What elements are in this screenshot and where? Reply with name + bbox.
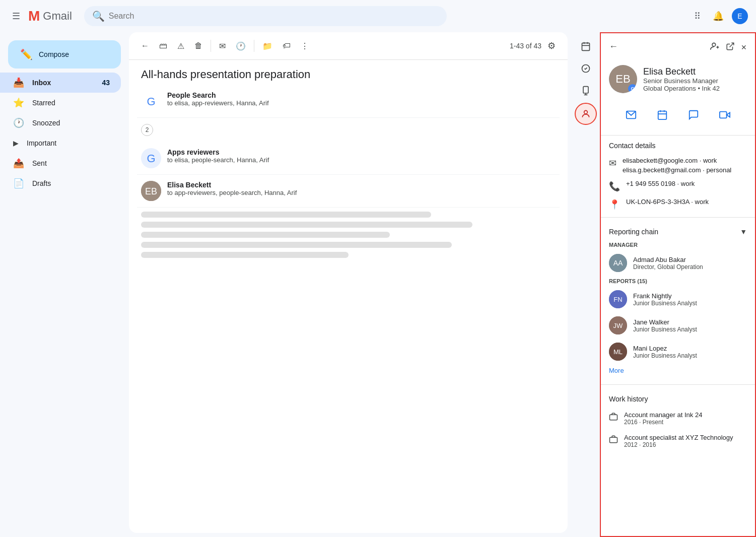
contact-info: EB G Elisa Beckett Senior Business Manag… xyxy=(601,61,755,101)
recipient-info: to elisa, app-reviewers, Hanna, Arif xyxy=(167,99,556,107)
sidebar-item-important[interactable]: ▶ Important xyxy=(0,133,121,153)
report-item[interactable]: FN Frank Nightly Junior Business Analyst xyxy=(601,286,755,312)
settings-button[interactable]: ⚙ xyxy=(543,36,560,55)
svg-text:G: G xyxy=(147,152,155,165)
tasks-strip-button[interactable] xyxy=(576,58,596,79)
main-area: ✏️ Compose 📥 Inbox 43 ⭐ Starred 🕐 Snooze… xyxy=(0,32,756,537)
apps-button[interactable]: ⠿ xyxy=(690,7,705,26)
search-input[interactable] xyxy=(109,12,439,21)
sidebar-item-sent[interactable]: 📤 Sent xyxy=(0,153,121,173)
svg-text:FN: FN xyxy=(613,296,622,303)
report-item[interactable]: ML Mani Lopez Junior Business Analyst xyxy=(601,339,755,365)
notifications-button[interactable]: 🔔 xyxy=(709,7,728,26)
work-title: Account manager at Ink 24 xyxy=(624,411,702,419)
label-button[interactable]: 🏷 xyxy=(279,37,295,54)
briefcase-icon xyxy=(609,435,618,446)
starred-icon: ⭐ xyxy=(13,97,24,108)
work-dates: 2012 · 2016 xyxy=(624,441,733,448)
svg-text:AA: AA xyxy=(613,259,623,267)
report-role: Junior Business Analyst xyxy=(633,300,697,307)
open-external-button[interactable] xyxy=(724,39,737,55)
sidebar-item-label: Drafts xyxy=(32,179,113,187)
search-bar: 🔍 xyxy=(84,6,447,26)
google-badge: G xyxy=(628,84,637,93)
search-icon: 🔍 xyxy=(92,10,105,22)
keep-strip-button[interactable] xyxy=(576,81,596,101)
svg-rect-11 xyxy=(583,87,588,93)
sent-icon: 📤 xyxy=(13,158,24,169)
contact-org: Global Operations • Ink 42 xyxy=(643,85,720,92)
reporting-chain-header[interactable]: Reporting chain ▼ xyxy=(601,222,755,240)
svg-text:ML: ML xyxy=(613,348,623,356)
email-item[interactable]: EB Elisa Beckett to app-reviewers, peopl… xyxy=(137,175,560,208)
panel-back-button[interactable]: ← xyxy=(607,39,620,54)
reports-label: REPORTS (15) xyxy=(601,276,755,286)
email-item[interactable]: G Apps reviewers to elisa, people-search… xyxy=(137,142,560,175)
phone-value: +1 949 555 0198 · work xyxy=(626,180,747,187)
preview-line xyxy=(141,212,431,218)
avatar: G xyxy=(141,148,161,168)
top-bar: ☰ M Gmail 🔍 ⠿ 🔔 E xyxy=(0,0,756,32)
svg-rect-6 xyxy=(582,43,590,50)
email-thread-title: All-hands presentation preparation xyxy=(129,60,568,85)
work-title: Account specialist at XYZ Technology xyxy=(624,434,733,441)
more-button[interactable]: ⋮ xyxy=(297,37,313,55)
email-item[interactable]: G People Search to elisa, app-reviewers,… xyxy=(137,85,560,118)
gmail-logo[interactable]: M Gmail xyxy=(28,8,72,24)
archive-button[interactable]: 🗃 xyxy=(155,37,171,54)
sidebar-item-starred[interactable]: ⭐ Starred xyxy=(0,93,121,113)
snooze-button[interactable]: 🕐 xyxy=(232,37,250,55)
preview-line xyxy=(141,232,390,238)
report-avatar: JW xyxy=(609,316,627,334)
report-avatar: ML xyxy=(609,343,627,361)
move-to-button[interactable]: 📁 xyxy=(258,37,277,55)
panel-action-buttons: ✕ xyxy=(708,39,749,55)
report-info: Frank Nightly Junior Business Analyst xyxy=(633,292,697,307)
work-history-title: Work history xyxy=(601,389,755,407)
chat-contact-button[interactable] xyxy=(684,105,703,127)
report-avatar: FN xyxy=(609,290,627,308)
briefcase-icon xyxy=(609,412,618,424)
add-contact-button[interactable] xyxy=(708,39,722,55)
contact-title: Senior Business Manager xyxy=(643,77,720,85)
calendar-strip-button[interactable] xyxy=(576,36,596,56)
email-work-detail: ✉ elisabeckett@google.com · work elisa.g… xyxy=(601,154,755,177)
contact-quick-actions xyxy=(601,101,755,136)
email-contact-button[interactable] xyxy=(622,105,641,127)
svg-rect-37 xyxy=(610,437,617,443)
report-spam-button[interactable]: ⚠ xyxy=(173,37,188,55)
report-name: Frank Nightly xyxy=(633,292,697,300)
hamburger-button[interactable]: ☰ xyxy=(8,7,24,26)
video-contact-button[interactable] xyxy=(715,105,734,127)
svg-point-15 xyxy=(712,43,716,46)
close-panel-button[interactable]: ✕ xyxy=(739,39,749,55)
manager-item[interactable]: AA Admad Abu Bakar Director, Global Oper… xyxy=(601,250,755,276)
svg-rect-36 xyxy=(610,415,617,420)
recipient-info: to app-reviewers, people-search, Hanna, … xyxy=(167,189,556,196)
thread-count: 2 xyxy=(137,118,560,142)
section-divider xyxy=(601,384,755,385)
sidebar-item-drafts[interactable]: 📄 Drafts xyxy=(0,173,121,193)
sidebar-item-snoozed[interactable]: 🕐 Snoozed xyxy=(0,113,121,133)
account-button[interactable]: E xyxy=(732,8,748,24)
work-content: Account manager at Ink 24 2016 · Present xyxy=(624,411,702,426)
email-personal-value: elisa.g.beckett@gmail.com · personal xyxy=(623,166,747,174)
chevron-down-icon: ▼ xyxy=(740,228,747,236)
phone-icon: 📞 xyxy=(609,181,620,192)
avatar: EB xyxy=(141,181,161,201)
manager-avatar: AA xyxy=(609,254,627,272)
contacts-strip-button[interactable] xyxy=(575,103,597,125)
compose-button[interactable]: ✏️ Compose xyxy=(8,40,121,69)
reporting-chain-section: Reporting chain ▼ MANAGER AA Admad Abu B… xyxy=(601,222,755,380)
work-content: Account specialist at XYZ Technology 201… xyxy=(624,434,733,448)
work-item: Account manager at Ink 24 2016 · Present xyxy=(601,407,755,430)
sidebar-item-inbox[interactable]: 📥 Inbox 43 xyxy=(0,73,121,93)
mark-unread-button[interactable]: ✉ xyxy=(215,37,230,55)
location-icon: 📍 xyxy=(609,199,620,210)
more-link[interactable]: More xyxy=(601,365,755,376)
report-item[interactable]: JW Jane Walker Junior Business Analyst xyxy=(601,312,755,339)
delete-button[interactable]: 🗑 xyxy=(190,37,207,54)
back-button[interactable]: ← xyxy=(137,37,153,54)
calendar-contact-button[interactable] xyxy=(653,105,672,127)
work-dates: 2016 · Present xyxy=(624,419,702,426)
